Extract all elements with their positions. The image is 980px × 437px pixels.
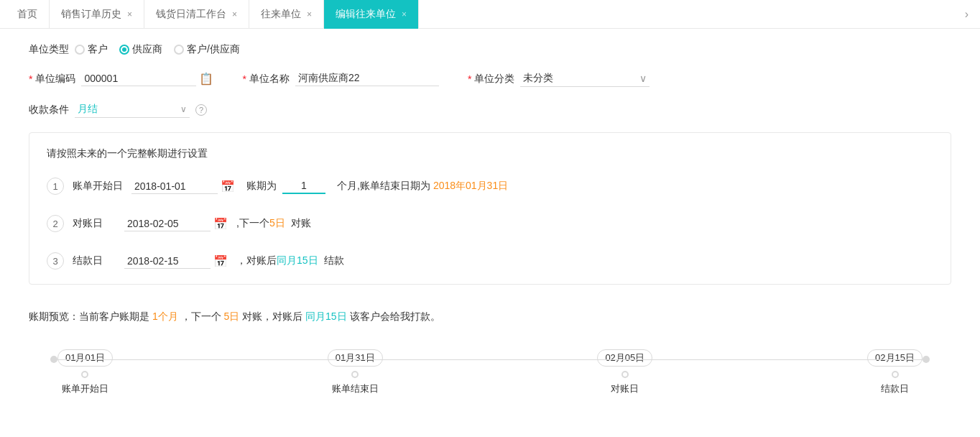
timeline-badge-3: 02月05日 <box>597 349 652 367</box>
reconcile-date-calendar-icon[interactable]: 📅 <box>213 217 228 231</box>
reconcile-date-input[interactable] <box>124 216 211 231</box>
timeline-right-end-dot <box>923 356 930 363</box>
period-month-input[interactable] <box>282 178 325 194</box>
tab-sales-order-close[interactable]: × <box>127 9 132 19</box>
row-3-desc-after: 结款 <box>324 254 344 267</box>
tab-edit-partner[interactable]: 编辑往来单位 × <box>324 0 419 29</box>
timeline-badge-1: 01月01日 <box>57 349 113 367</box>
tab-home-label: 首页 <box>17 8 37 21</box>
timeline-badge-4: 02月15日 <box>867 349 923 367</box>
unit-name-input[interactable] <box>295 71 439 86</box>
unit-type-label: 单位类型 <box>29 43 69 56</box>
row-1-suffix: 个月,账单结束日期为 <box>337 180 430 193</box>
unit-classify-group: * 单位分类 未分类 ∨ <box>468 70 650 87</box>
radio-customer-supplier-label: 客户/供应商 <box>187 43 240 56</box>
row-3-highlight: 同月15日 <box>277 254 318 267</box>
settings-section: 请按照未来的一个完整帐期进行设置 1 账单开始日 📅 账期为 个月,账单结束日期… <box>29 132 951 285</box>
start-date-input[interactable] <box>131 179 218 194</box>
unit-classify-label: 单位分类 <box>474 73 514 86</box>
tab-edit-partner-close[interactable]: × <box>402 9 407 19</box>
row-label-2: 对账日 <box>73 217 116 230</box>
preview-period: 1个月 <box>152 310 178 322</box>
tab-sales-order-label: 销售订单历史 <box>61 8 121 21</box>
timeline-point-4: 02月15日 结款日 <box>867 349 923 395</box>
timeline-left-end-dot <box>50 356 57 363</box>
preview-day: 5日 <box>223 310 239 322</box>
row-2-desc-before: ,下一个 <box>236 217 269 230</box>
tab-partner-units-close[interactable]: × <box>307 9 312 19</box>
row-num-2: 2 <box>47 215 64 232</box>
classify-chevron-down-icon: ∨ <box>639 73 647 84</box>
unit-name-star: * <box>242 73 246 85</box>
row-2-desc-after: 对账 <box>291 217 311 230</box>
unit-code-star: * <box>29 73 32 85</box>
payment-select[interactable]: 月结 ∨ <box>75 101 190 118</box>
payment-label: 收款条件 <box>29 104 69 116</box>
tabs-bar: 首页 销售订单历史 × 钱货日清工作台 × 往来单位 × 编辑往来单位 × › <box>0 0 980 29</box>
section-title: 请按照未来的一个完整帐期进行设置 <box>47 147 933 160</box>
setting-row-2: 2 对账日 📅 ,下一个 5日 对账 <box>47 215 933 232</box>
timeline-dot-2 <box>351 371 359 378</box>
timeline-label-1: 账单开始日 <box>62 382 108 395</box>
unit-code-group: * 单位编码 📋 <box>29 71 213 86</box>
radio-customer-supplier[interactable]: 客户/供应商 <box>174 43 240 56</box>
row-1-mid-label: 账期为 <box>246 180 277 193</box>
preview-suffix: 该客户会给我打款。 <box>350 310 440 322</box>
setting-row-1: 1 账单开始日 📅 账期为 个月,账单结束日期为 2018年01月31日 <box>47 178 933 195</box>
row-num-1: 1 <box>47 178 64 195</box>
preview-mid2: 对账，对账后 <box>242 310 302 322</box>
unit-classify-star: * <box>468 73 471 85</box>
payment-date-input[interactable] <box>124 254 211 269</box>
timeline-label-3: 对账日 <box>611 382 639 395</box>
row-label-3: 结款日 <box>73 254 116 267</box>
timeline-label-4: 结款日 <box>881 382 909 395</box>
radio-customer[interactable]: 客户 <box>75 43 108 56</box>
preview-section: 账期预览：当前客户账期是 1个月 ，下一个 5日 对账，对账后 同月15日 该客… <box>29 299 951 402</box>
unit-name-label: 单位名称 <box>249 73 290 86</box>
unit-info-row: * 单位编码 📋 * 单位名称 * 单位分类 未分类 ∨ <box>29 70 951 87</box>
timeline-dot-3 <box>621 371 629 378</box>
preview-text: 账期预览：当前客户账期是 1个月 ，下一个 5日 对账，对账后 同月15日 该客… <box>29 310 951 323</box>
unit-code-label: 单位编码 <box>35 73 75 86</box>
tab-edit-partner-label: 编辑往来单位 <box>336 8 396 21</box>
tab-sales-order[interactable]: 销售订单历史 × <box>50 0 144 29</box>
preview-label: 账期预览：当前客户账期是 <box>29 310 149 322</box>
tab-home[interactable]: 首页 <box>6 0 50 29</box>
unit-classify-value: 未分类 <box>523 72 639 85</box>
tabs-arrow[interactable]: › <box>959 8 974 21</box>
setting-row-3: 3 结款日 📅 ，对账后 同月15日 结款 <box>47 252 933 270</box>
timeline-point-3: 02月05日 对账日 <box>597 349 652 395</box>
row-1-end-date: 2018年01月31日 <box>433 180 508 193</box>
radio-supplier[interactable]: 供应商 <box>119 43 162 56</box>
row-3-desc-before: ，对账后 <box>236 254 277 267</box>
unit-name-group: * 单位名称 <box>242 71 438 86</box>
preview-mid1: ，下一个 <box>181 310 221 322</box>
timeline-point-1: 01月01日 账单开始日 <box>57 349 113 395</box>
timeline-dot-4 <box>892 371 899 378</box>
payment-chevron-down-icon: ∨ <box>180 104 187 114</box>
radio-supplier-label: 供应商 <box>132 43 162 56</box>
tab-cash-work[interactable]: 钱货日清工作台 × <box>144 0 249 29</box>
tab-cash-work-label: 钱货日清工作台 <box>156 8 226 21</box>
unit-classify-select[interactable]: 未分类 ∨ <box>520 70 650 87</box>
payment-value: 月结 <box>78 103 180 116</box>
payment-help-icon[interactable]: ? <box>195 104 207 116</box>
row-label-1: 账单开始日 <box>73 180 123 193</box>
timeline-points: 01月01日 账单开始日 01月31日 账单结束日 02月05日 对账日 <box>57 349 923 402</box>
page-content: 单位类型 客户 供应商 客户/供应商 * 单位编码 📋 * 单位名称 <box>0 29 980 437</box>
unit-type-row: 单位类型 客户 供应商 客户/供应商 <box>29 43 951 56</box>
unit-code-icon[interactable]: 📋 <box>199 72 213 86</box>
payment-row: 收款条件 月结 ∨ ? <box>29 101 951 118</box>
tab-cash-work-close[interactable]: × <box>232 9 237 19</box>
row-num-3: 3 <box>47 252 64 270</box>
timeline-label-2: 账单结束日 <box>332 382 379 395</box>
timeline-badge-2: 01月31日 <box>328 349 383 367</box>
unit-code-input[interactable] <box>81 71 196 86</box>
tab-partner-units[interactable]: 往来单位 × <box>249 0 324 29</box>
timeline-wrapper: 01月01日 账单开始日 01月31日 账单结束日 02月05日 对账日 <box>29 344 951 402</box>
unit-type-radio-group: 客户 供应商 客户/供应商 <box>75 43 240 56</box>
row-2-highlight: 5日 <box>269 217 285 230</box>
radio-customer-supplier-circle <box>174 45 184 55</box>
start-date-calendar-icon[interactable]: 📅 <box>221 180 235 193</box>
payment-date-calendar-icon[interactable]: 📅 <box>213 254 228 268</box>
